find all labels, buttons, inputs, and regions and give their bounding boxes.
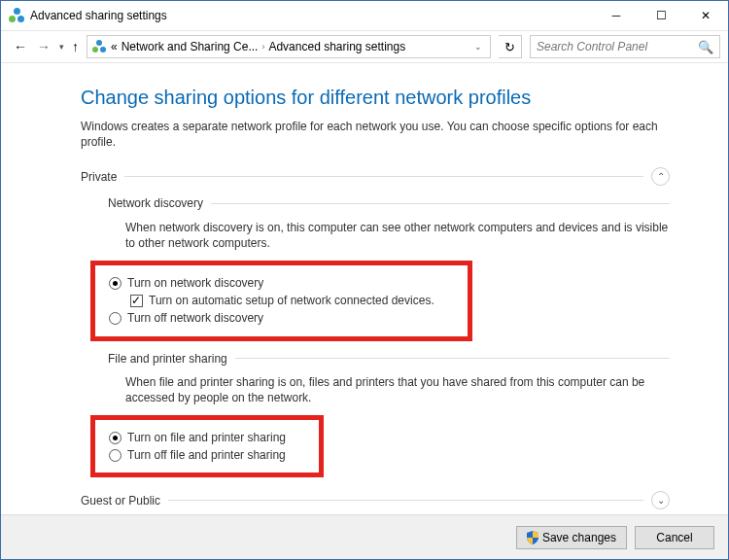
network-discovery-options: Turn on network discovery Turn on automa… [90, 261, 472, 341]
radio-turn-on-discovery[interactable]: Turn on network discovery [109, 275, 434, 291]
networking-icon [9, 8, 24, 23]
divider [211, 203, 670, 204]
chevron-right-icon[interactable]: › [261, 42, 264, 52]
section-guest-header[interactable]: Guest or Public ⌄ [81, 491, 670, 509]
section-guest: Guest or Public ⌄ [81, 491, 670, 509]
radio-icon [109, 432, 122, 444]
radio-icon [109, 277, 122, 290]
divider [168, 500, 643, 501]
radio-label: Turn off network discovery [127, 310, 263, 326]
window-title: Advanced sharing settings [30, 9, 167, 22]
breadcrumb-part1[interactable]: Network and Sharing Ce... [122, 40, 259, 53]
content: Change sharing options for different net… [1, 63, 728, 514]
address-bar[interactable]: « Network and Sharing Ce... › Advanced s… [87, 35, 491, 58]
history-dropdown-icon[interactable]: ▾ [59, 42, 64, 52]
networking-icon [91, 39, 107, 54]
up-icon[interactable]: ↑ [72, 39, 79, 54]
file-printer-desc: When file and printer sharing is on, fil… [125, 374, 670, 405]
radio-turn-off-fps[interactable]: Turn off file and printer sharing [109, 447, 286, 463]
cancel-button[interactable]: Cancel [635, 526, 714, 549]
radio-icon [109, 312, 122, 325]
search-input[interactable]: Search Control Panel 🔍 [530, 35, 720, 58]
section-guest-title: Guest or Public [81, 493, 160, 508]
file-printer-title: File and printer sharing [108, 351, 227, 367]
radio-label: Turn on network discovery [127, 275, 263, 291]
window-buttons: ─ ☐ ✕ [594, 1, 728, 30]
radio-turn-on-fps[interactable]: Turn on file and printer sharing [109, 430, 286, 445]
radio-label: Turn off file and printer sharing [127, 447, 286, 463]
breadcrumb-part2[interactable]: Advanced sharing settings [268, 40, 405, 53]
subsection-file-printer: File and printer sharing When file and p… [81, 351, 670, 478]
page-description: Windows creates a separate network profi… [81, 119, 670, 150]
address-dropdown-icon[interactable]: ⌄ [470, 42, 486, 52]
chevron-down-icon[interactable]: ⌄ [651, 491, 670, 509]
divider [124, 176, 643, 177]
subsection-network-discovery: Network discovery When network discovery… [81, 195, 670, 340]
save-button[interactable]: Save changes [516, 526, 627, 549]
close-button[interactable]: ✕ [683, 1, 728, 30]
search-placeholder: Search Control Panel [537, 40, 647, 53]
refresh-button[interactable]: ↻ [499, 35, 522, 58]
shield-icon [527, 531, 538, 544]
page-title: Change sharing options for different net… [81, 85, 670, 111]
radio-icon [109, 449, 122, 462]
file-printer-options: Turn on file and printer sharing Turn of… [90, 415, 324, 477]
navbar: ← → ▾ ↑ « Network and Sharing Ce... › Ad… [1, 30, 728, 63]
checkbox-icon [130, 295, 143, 307]
minimize-button[interactable]: ─ [594, 1, 639, 30]
radio-turn-off-discovery[interactable]: Turn off network discovery [109, 310, 434, 326]
section-private-header[interactable]: Private ⌃ [81, 167, 670, 186]
chevron-up-icon[interactable]: ⌃ [651, 167, 670, 186]
window: Advanced sharing settings ─ ☐ ✕ ← → ▾ ↑ … [0, 0, 729, 560]
radio-label: Turn on file and printer sharing [127, 430, 286, 445]
divider [235, 358, 670, 359]
section-private-title: Private [81, 169, 117, 185]
breadcrumb-prefix: « [111, 40, 118, 53]
titlebar: Advanced sharing settings ─ ☐ ✕ [1, 1, 728, 30]
cancel-label: Cancel [656, 531, 692, 544]
forward-icon: → [36, 39, 52, 54]
maximize-button[interactable]: ☐ [639, 1, 683, 30]
save-label: Save changes [542, 531, 616, 544]
checkbox-label: Turn on automatic setup of network conne… [149, 293, 434, 308]
checkbox-auto-setup[interactable]: Turn on automatic setup of network conne… [130, 293, 434, 308]
button-bar: Save changes Cancel [1, 514, 728, 559]
network-discovery-title: Network discovery [108, 195, 203, 211]
search-icon: 🔍 [698, 40, 713, 54]
back-icon[interactable]: ← [13, 39, 28, 54]
section-private: Private ⌃ Network discovery When network… [81, 167, 670, 477]
network-discovery-desc: When network discovery is on, this compu… [125, 220, 670, 251]
